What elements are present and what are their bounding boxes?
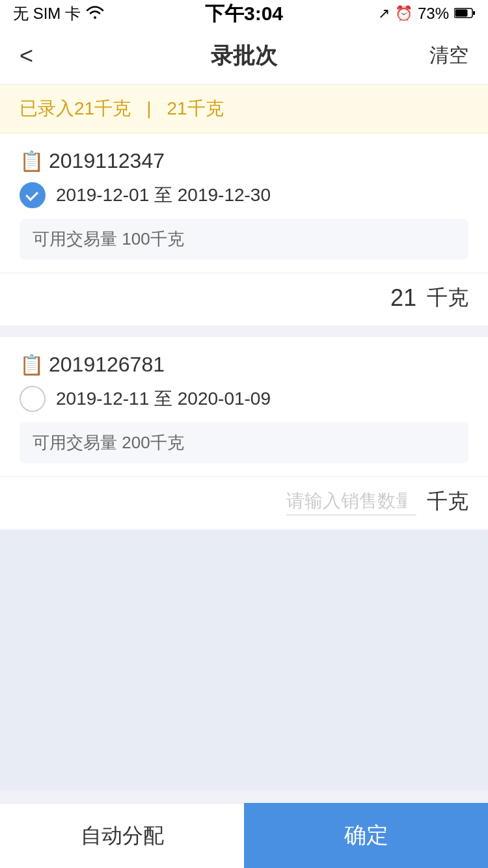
batch-card-1: 📋 2019112347 2019-12-01 至 2019-12-30 可用交… [0,133,488,325]
location-icon: ↗ [378,5,390,22]
batch-date-row-1: 2019-12-01 至 2019-12-30 [20,182,468,208]
auto-distribute-button[interactable]: 自动分配 [0,803,244,868]
summary-divider: | [146,98,151,119]
time-display: 下午3:04 [205,1,283,27]
qty-input-2[interactable] [286,488,416,515]
doc-icon-2: 📋 [20,353,44,376]
page-title: 录批次 [211,41,277,71]
card-separator [0,327,488,337]
radio-checked-1[interactable] [20,182,46,208]
battery-icon [454,5,475,23]
svg-rect-2 [455,10,468,17]
status-bar: 无 SIM 卡 下午3:04 ↗ ⏰ 73% [0,0,488,27]
radio-unchecked-2[interactable] [20,386,46,412]
alarm-icon: ⏰ [395,5,413,22]
qty-value-1: 21 [390,284,416,312]
batch-date-2: 2019-12-11 至 2020-01-09 [56,387,271,411]
doc-icon-1: 📋 [20,150,44,172]
batch-date-1: 2019-12-01 至 2019-12-30 [56,183,271,208]
batch-date-row-2: 2019-12-11 至 2020-01-09 [20,386,468,412]
status-bar-left: 无 SIM 卡 [13,3,104,24]
batch-id-2: 2019126781 [49,353,165,377]
nav-bar: < 录批次 清空 [0,27,488,85]
qty-row-1: 21 千克 [0,273,488,325]
batch-id-row-1: 📋 2019112347 [20,149,468,173]
svg-rect-1 [473,11,475,15]
carrier-text: 无 SIM 卡 [13,3,81,24]
batch-id-1: 2019112347 [49,149,165,173]
confirm-button[interactable]: 确定 [244,803,488,868]
empty-area [0,530,488,791]
wifi-icon [86,5,104,23]
summary-banner: 已录入21千克 | 21千克 [0,85,488,133]
recorded-amount: 已录入21千克 [20,96,131,121]
qty-unit-1: 千克 [427,284,468,312]
total-amount: 21千克 [167,96,223,121]
available-qty-1: 可用交易量 100千克 [20,219,468,260]
bottom-bar: 自动分配 确定 [0,803,488,868]
main-content: 📋 2019112347 2019-12-01 至 2019-12-30 可用交… [0,133,488,856]
status-bar-right: ↗ ⏰ 73% [378,5,475,23]
battery-text: 73% [418,5,449,23]
batch-id-row-2: 📋 2019126781 [20,353,468,377]
clear-button[interactable]: 清空 [429,42,468,69]
batch-card-2: 📋 2019126781 2019-12-11 至 2020-01-09 可用交… [0,337,488,529]
back-button[interactable]: < [20,42,59,70]
available-qty-2: 可用交易量 200千克 [20,422,468,463]
qty-unit-2: 千克 [427,487,468,516]
qty-row-2: 千克 [0,476,488,529]
